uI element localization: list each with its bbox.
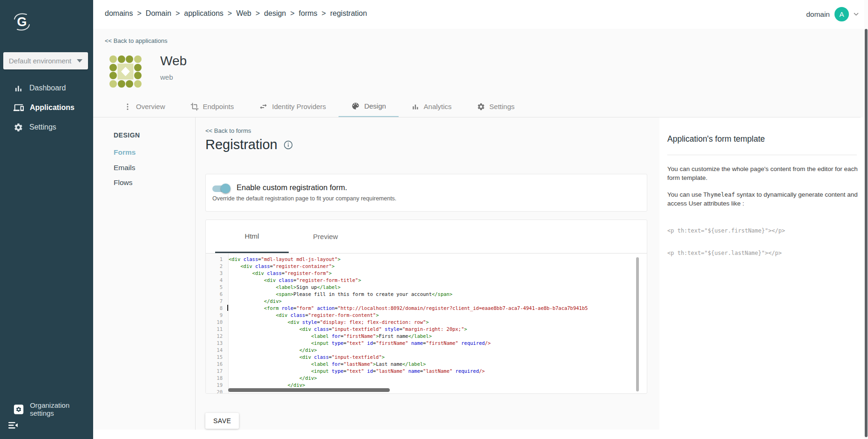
- swap-horizontal-icon: [259, 102, 268, 111]
- help-panel: Application's form template You can cust…: [659, 117, 864, 430]
- tab-endpoints[interactable]: Endpoints: [178, 96, 247, 117]
- sidebar-item-label: Applications: [30, 103, 75, 112]
- tab-preview[interactable]: Preview: [289, 220, 362, 253]
- breadcrumb-separator: >: [322, 9, 326, 18]
- save-button[interactable]: SAVE: [205, 413, 239, 429]
- chevron-down-icon: [854, 13, 859, 16]
- main-content: << Back to forms Registration Enable cus…: [196, 117, 659, 430]
- gear-icon: [14, 123, 23, 132]
- collapse-menu-icon[interactable]: [7, 419, 19, 431]
- sidebar-item-dashboard[interactable]: Dashboard: [0, 80, 93, 96]
- org-settings-icon: [14, 404, 24, 415]
- help-panel-title: Application's form template: [667, 134, 765, 144]
- help-paragraph: You can customize the whole page's conte…: [667, 165, 859, 182]
- breadcrumb-item[interactable]: domains: [105, 9, 133, 18]
- help-paragraph: You can use Thymeleaf syntax to dynamica…: [667, 190, 859, 208]
- application-icon: [108, 55, 142, 89]
- back-to-forms-link[interactable]: << Back to forms: [205, 127, 251, 134]
- text-cursor: [227, 305, 228, 311]
- topbar: domains > Domain > applications > Web > …: [93, 0, 864, 29]
- tab-label: Overview: [136, 103, 165, 110]
- user-name: domain: [806, 10, 830, 19]
- breadcrumb-separator: >: [228, 9, 232, 18]
- breadcrumb-separator: >: [256, 9, 260, 18]
- breadcrumb-item[interactable]: Domain: [146, 9, 171, 18]
- tab-html[interactable]: Html: [215, 220, 289, 253]
- kebab-menu-icon: [123, 103, 132, 111]
- gravitee-logo: G: [11, 11, 33, 33]
- design-nav-forms[interactable]: Forms: [114, 148, 136, 157]
- page-scrollbar-thumb[interactable]: [865, 29, 868, 437]
- svg-text:G: G: [17, 15, 27, 29]
- horizontal-scrollbar[interactable]: [228, 388, 390, 392]
- environment-selector-value: Default environment: [9, 57, 71, 65]
- application-subtitle: web: [160, 73, 173, 81]
- sidebar-item-applications[interactable]: Applications: [0, 99, 93, 116]
- sidebar-item-label: Organization settings: [30, 401, 93, 417]
- tab-label: Analytics: [424, 103, 452, 110]
- tab-analytics[interactable]: Analytics: [399, 96, 464, 117]
- breadcrumb: domains > Domain > applications > Web > …: [105, 9, 367, 18]
- info-icon[interactable]: [284, 140, 293, 150]
- tab-design[interactable]: Design: [339, 96, 399, 117]
- design-nav-title: DESIGN: [114, 131, 140, 139]
- design-sidebar: DESIGN Forms Emails Flows: [93, 117, 196, 430]
- tab-identity-providers[interactable]: Identity Providers: [246, 96, 339, 117]
- toggle-label: Enable custom registration form.: [237, 183, 347, 192]
- page-scrollbar: [864, 0, 868, 439]
- code-editor[interactable]: 1<div class="mdl-layout mdl-js-layout">2…: [206, 254, 647, 393]
- toggle-description: Override the default registration page t…: [212, 195, 396, 202]
- breadcrumb-item[interactable]: applications: [184, 9, 224, 18]
- tab-overview[interactable]: Overview: [111, 96, 178, 117]
- devices-icon: [14, 103, 24, 113]
- application-title: Web: [160, 54, 187, 69]
- bar-chart-icon: [14, 83, 23, 93]
- editor-tabs: Html Preview: [206, 220, 647, 254]
- enable-custom-form-toggle[interactable]: [212, 184, 229, 193]
- avatar: A: [834, 7, 849, 21]
- sidebar-item-label: Settings: [29, 123, 56, 131]
- breadcrumb-item[interactable]: forms: [299, 9, 318, 18]
- user-menu[interactable]: domain A: [806, 7, 859, 21]
- breadcrumb-item[interactable]: design: [264, 9, 286, 18]
- sidebar-item-settings[interactable]: Settings: [0, 119, 93, 136]
- toggle-thumb: [221, 184, 231, 193]
- tab-label: Design: [364, 102, 386, 110]
- tab-label: Settings: [489, 103, 515, 110]
- caret-down-icon: [77, 59, 82, 62]
- breadcrumb-item[interactable]: registration: [330, 9, 367, 18]
- bar-chart-icon: [411, 103, 420, 111]
- form-editor-card: Html Preview 1<div class="mdl-layout mdl…: [205, 220, 647, 394]
- page-title: Registration: [205, 137, 278, 152]
- tab-label: Identity Providers: [272, 103, 326, 110]
- design-nav-flows[interactable]: Flows: [114, 178, 132, 187]
- breadcrumb-separator: >: [137, 9, 141, 18]
- inline-code: Thymeleaf: [704, 191, 735, 198]
- sidebar-item-label: Dashboard: [29, 84, 66, 92]
- environment-selector[interactable]: Default environment: [3, 52, 88, 69]
- vertical-scrollbar[interactable]: [636, 257, 639, 391]
- crop-icon: [190, 103, 199, 111]
- breadcrumb-item[interactable]: Web: [236, 9, 251, 18]
- divider: [667, 155, 857, 155]
- template-example-code: <p th:text="${user.firstName}"></p> <p t…: [667, 212, 785, 272]
- tab-settings[interactable]: Settings: [464, 96, 527, 117]
- sidebar-item-organization-settings[interactable]: Organization settings: [0, 401, 93, 418]
- app-tabs: Overview Endpoints Identity Providers De…: [111, 96, 527, 117]
- sidebar: G Default environment Dashboard Applicat…: [0, 0, 93, 439]
- palette-icon: [351, 102, 360, 110]
- back-to-applications-link[interactable]: << Back to applications: [105, 37, 167, 44]
- code-lines: 1<div class="mdl-layout mdl-js-layout">2…: [206, 256, 647, 393]
- design-nav-emails[interactable]: Emails: [114, 164, 136, 172]
- gear-icon: [477, 103, 485, 111]
- breadcrumb-separator: >: [290, 9, 294, 18]
- custom-form-toggle-card: Enable custom registration form. Overrid…: [205, 174, 647, 212]
- tab-label: Endpoints: [203, 103, 234, 110]
- breadcrumb-separator: >: [176, 9, 180, 18]
